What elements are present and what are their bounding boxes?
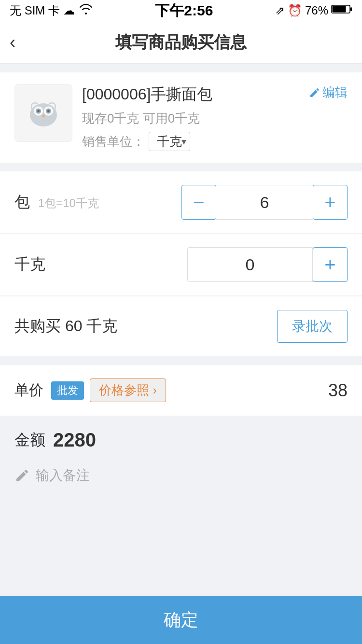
remark-placeholder: 输入备注: [36, 466, 90, 485]
quantity-bao-row: 包 1包=10千克 − +: [0, 171, 362, 234]
total-row: 共购买 60 千克 录批次: [0, 296, 362, 356]
record-batch-button[interactable]: 录批次: [277, 310, 348, 343]
kg-input[interactable]: [187, 247, 313, 282]
sim-label: 无 SIM 卡 ☁: [10, 3, 75, 18]
price-section: 单价 批发 价格参照 › 38: [0, 365, 362, 416]
product-image: [14, 84, 72, 142]
bao-label: 包 1包=10千克: [14, 192, 181, 213]
edit-button[interactable]: 编辑: [309, 84, 348, 101]
remark-row[interactable]: 输入备注: [14, 459, 348, 492]
status-right: ⇗ ⏰ 76%: [275, 4, 352, 17]
unit-select[interactable]: 千克 包: [149, 132, 190, 151]
page-title: 填写商品购买信息: [115, 31, 247, 54]
battery-icon: [331, 4, 352, 17]
total-text: 共购买 60 千克: [14, 316, 117, 337]
confirm-bar[interactable]: 确定: [0, 596, 362, 644]
kg-label: 千克: [14, 254, 187, 275]
product-unit-row: 销售单位： 千克 包: [82, 132, 348, 151]
nav-bar: ‹ 填写商品购买信息: [0, 21, 362, 64]
bao-sublabel: 1包=10千克: [38, 196, 99, 210]
price-tag-wholesale: 批发: [51, 381, 84, 400]
svg-point-8: [37, 110, 40, 112]
svg-rect-1: [332, 6, 346, 13]
amount-row: 金额 2280: [14, 429, 348, 459]
bao-decrement-button[interactable]: −: [181, 185, 216, 220]
kg-controls: +: [187, 247, 348, 282]
battery-label: 76%: [305, 4, 328, 17]
svg-rect-2: [350, 7, 352, 11]
product-stock: 现存0千克 可用0千克: [82, 110, 348, 127]
quantity-kg-row: 千克 +: [0, 234, 362, 296]
alarm-icon: ⏰: [288, 4, 302, 17]
product-card: [0000006]手撕面包 编辑 现存0千克 可用0千克 销售单位： 千克 包: [0, 72, 362, 163]
pencil-icon: [14, 468, 30, 483]
svg-point-9: [47, 110, 50, 112]
bao-increment-button[interactable]: +: [313, 185, 348, 220]
status-time: 下午2:56: [155, 1, 213, 21]
product-name: [0000006]手撕面包: [82, 84, 212, 105]
price-ref-button[interactable]: 价格参照 ›: [90, 378, 166, 402]
confirm-button[interactable]: 确定: [164, 608, 198, 632]
wifi-icon: [79, 4, 93, 17]
back-button[interactable]: ‹: [10, 32, 15, 53]
status-left: 无 SIM 卡 ☁: [10, 3, 93, 18]
amount-value: 2280: [53, 429, 96, 451]
quantity-bao-section: 包 1包=10千克 − + 千克 + 共购买 60 千克 录批次: [0, 171, 362, 356]
location-icon: ⇗: [275, 4, 285, 17]
kg-increment-button[interactable]: +: [313, 247, 348, 282]
amount-label: 金额: [14, 430, 45, 451]
amount-section: 金额 2280 输入备注: [0, 416, 362, 492]
status-bar: 无 SIM 卡 ☁ 下午2:56 ⇗ ⏰ 76%: [0, 0, 362, 21]
bao-input[interactable]: [216, 185, 313, 220]
bao-controls: − +: [181, 185, 348, 220]
price-label: 单价: [14, 380, 43, 400]
price-value: 38: [328, 380, 348, 401]
product-info: [0000006]手撕面包 编辑 现存0千克 可用0千克 销售单位： 千克 包: [82, 84, 348, 151]
unit-select-wrap[interactable]: 千克 包: [149, 132, 190, 151]
